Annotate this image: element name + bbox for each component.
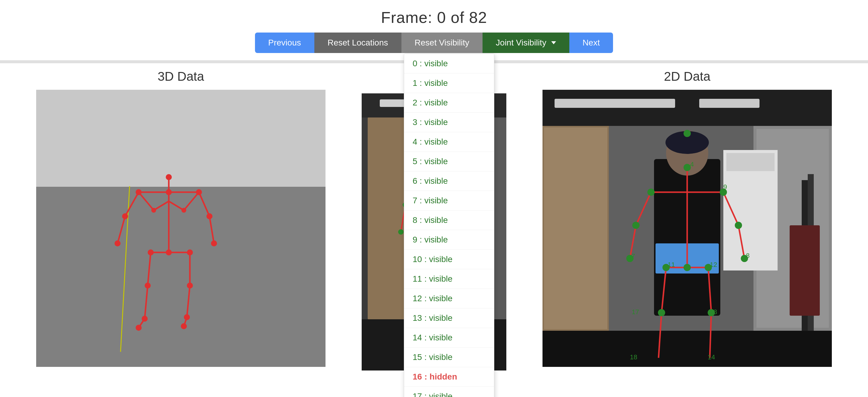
dropdown-item-2[interactable]: 2 : visible [404, 93, 494, 113]
svg-rect-80 [544, 127, 607, 329]
dropdown-item-17[interactable]: 17 : visible [404, 387, 494, 397]
svg-point-33 [184, 314, 190, 320]
reset-locations-button[interactable]: Reset Locations [314, 33, 401, 53]
svg-rect-88 [726, 153, 775, 171]
dropdown-item-10[interactable]: 10 : visible [404, 250, 494, 269]
page-title: Frame: 0 of 82 [0, 0, 868, 33]
svg-point-35 [181, 323, 187, 329]
dropdown-item-15[interactable]: 15 : visible [404, 348, 494, 367]
svg-line-6 [210, 216, 214, 243]
dropdown-item-14[interactable]: 14 : visible [404, 328, 494, 348]
canvas-2d[interactable]: 4 9 7 8 11 12 17 13 18 14 [542, 90, 832, 367]
svg-line-18 [169, 201, 184, 210]
svg-point-109 [632, 222, 640, 229]
svg-point-36 [151, 208, 156, 213]
svg-point-28 [148, 250, 154, 256]
svg-rect-78 [542, 331, 832, 367]
svg-text:8: 8 [746, 252, 749, 259]
svg-line-3 [125, 192, 138, 216]
dropdown-item-7[interactable]: 7 : visible [404, 191, 494, 210]
svg-point-65 [398, 229, 404, 235]
next-button[interactable]: Next [569, 33, 613, 53]
previous-button[interactable]: Previous [255, 33, 314, 53]
svg-text:9: 9 [723, 183, 727, 191]
dropdown-item-6[interactable]: 6 : visible [404, 171, 494, 191]
dropdown-item-12[interactable]: 12 : visible [404, 289, 494, 308]
svg-line-5 [199, 192, 210, 216]
svg-rect-77 [699, 99, 760, 108]
toolbar: Previous Reset Locations Reset Visibilit… [0, 33, 868, 53]
svg-line-10 [145, 286, 148, 319]
dropdown-item-9[interactable]: 9 : visible [404, 230, 494, 250]
panel-2d-title: 2D Data [664, 69, 710, 84]
panel-3d: 3D Data [0, 63, 362, 397]
svg-text:11: 11 [668, 261, 675, 268]
svg-point-34 [135, 325, 142, 331]
skeleton-3d-svg [36, 90, 326, 367]
svg-point-25 [115, 240, 121, 246]
svg-point-93 [684, 130, 691, 137]
svg-point-27 [166, 250, 172, 256]
svg-point-37 [181, 208, 186, 213]
svg-point-110 [735, 222, 742, 229]
joint-visibility-dropdown: 0 : visible1 : visible2 : visible3 : vis… [404, 54, 494, 397]
svg-point-26 [211, 240, 217, 246]
panel-2d: 2D Data [506, 63, 868, 397]
svg-point-107 [647, 189, 655, 196]
svg-line-4 [118, 216, 125, 243]
svg-point-116 [658, 309, 665, 316]
reset-visibility-button[interactable]: Reset Visibility [401, 33, 483, 53]
svg-point-21 [196, 189, 202, 195]
svg-line-15 [138, 192, 154, 210]
svg-point-30 [145, 283, 151, 289]
svg-rect-76 [555, 99, 675, 108]
svg-text:18: 18 [630, 353, 637, 361]
svg-rect-86 [789, 225, 820, 316]
svg-point-22 [166, 189, 172, 195]
dropdown-item-4[interactable]: 4 : visible [404, 132, 494, 152]
panel-3d-title: 3D Data [158, 69, 204, 84]
canvas-3d[interactable] [36, 90, 326, 367]
svg-text:13: 13 [710, 308, 717, 316]
dropdown-item-5[interactable]: 5 : visible [404, 152, 494, 171]
joint-visibility-button[interactable]: Joint Visibility [483, 33, 569, 53]
svg-text:14: 14 [708, 353, 715, 361]
svg-point-31 [187, 283, 193, 289]
svg-point-29 [187, 250, 193, 256]
dropdown-item-13[interactable]: 13 : visible [404, 308, 494, 328]
dropdown-item-16[interactable]: 16 : hidden [404, 367, 494, 387]
canvas-2d-svg: 4 9 7 8 11 12 17 13 18 14 [542, 90, 832, 367]
dropdown-item-0[interactable]: 0 : visible [404, 54, 494, 73]
svg-point-20 [135, 189, 142, 195]
svg-point-24 [207, 213, 213, 219]
svg-point-32 [142, 316, 148, 322]
svg-point-113 [684, 264, 691, 271]
svg-line-13 [187, 286, 190, 317]
svg-point-23 [122, 213, 128, 219]
svg-text:17: 17 [632, 308, 639, 316]
svg-text:4: 4 [690, 161, 694, 168]
dropdown-item-1[interactable]: 1 : visible [404, 73, 494, 93]
svg-point-19 [166, 174, 172, 180]
svg-text:12: 12 [710, 261, 717, 268]
dropdown-item-3[interactable]: 3 : visible [404, 113, 494, 132]
svg-line-16 [154, 201, 169, 210]
svg-text:7: 7 [631, 253, 635, 260]
svg-point-106 [684, 164, 691, 171]
svg-line-17 [184, 192, 199, 210]
dropdown-item-11[interactable]: 11 : visible [404, 269, 494, 289]
dropdown-item-8[interactable]: 8 : visible [404, 210, 494, 230]
svg-line-9 [148, 253, 151, 286]
dropdown-caret-icon [551, 41, 556, 44]
